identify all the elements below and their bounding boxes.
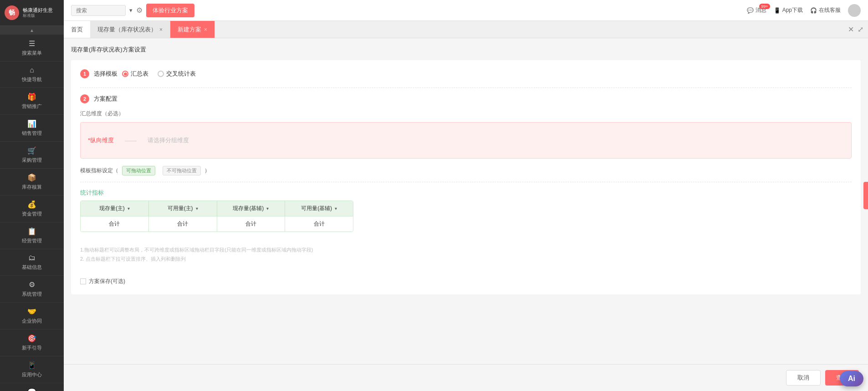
message-badge: 99+ [759,4,770,9]
ai-float-button[interactable]: Ai [840,371,863,386]
inventory-tab-label: 现存量（库存状况表） [97,26,157,34]
tab-close-fullscreen-icon[interactable]: ✕ [848,25,854,34]
sidebar-item-search-menu[interactable]: ☰ 搜索菜单 [0,35,64,62]
basic-info-icon: 🗂 [28,254,36,262]
step-divider [80,87,852,88]
stats-header-row: 现存量(主) ▾ 可用量(主) ▾ 现存量(基辅) ▾ 可用量(基辅) [81,201,353,216]
sidebar-item-quick-nav[interactable]: ⌂ 快捷导航 [0,62,64,88]
step1-badge: 1 [80,69,89,78]
stats-col-3-label: 现存量(基辅) [233,205,264,212]
save-option-label: 方案保存(可选) [89,278,125,285]
message-item[interactable]: 💬 消息 99+ [747,6,766,14]
sidebar-item-newbie[interactable]: 🎯 新手引导 [0,329,64,356]
sidebar-item-label: 快捷导航 [22,76,42,83]
save-checkbox[interactable] [80,278,86,284]
inventory-tab-close[interactable]: × [159,26,163,33]
stats-label: 统计指标 [80,189,852,197]
quick-nav-icon: ⌂ [30,66,34,74]
purchase-icon: 🛒 [27,146,36,155]
radio-summary[interactable]: 汇总表 [122,70,148,78]
indicator-divider [80,182,852,182]
sidebar-item-purchase[interactable]: 🛒 采购管理 [0,142,64,169]
footer-bar: 取消 查询 [64,364,868,391]
app-download-icon: 📱 [774,7,781,14]
sidebar-item-label: 系统管理 [22,291,42,298]
sidebar-item-label: 资金管理 [22,211,42,217]
sidebar-item-wechat[interactable]: 💬 企业微信 [0,383,64,391]
sidebar-item-enterprise[interactable]: 🤝 企业协同 [0,303,64,329]
radio-cross-circle [158,71,164,77]
tab-new-plan[interactable]: 新建方案 × [170,21,215,38]
indicator-fixed-badge: 不可拖动位置 [163,166,201,175]
tab-inventory[interactable]: 现存量（库存状况表） × [90,21,170,38]
stats-col-1-header[interactable]: 现存量(主) ▾ [81,201,149,216]
sidebar-item-app-center[interactable]: 📱 应用中心 [0,356,64,383]
app-download-item[interactable]: 📱 App下载 [774,6,803,14]
avatar[interactable] [848,4,861,17]
dim-selection-area[interactable]: *纵向维度 —— 请选择分组维度 [80,122,852,159]
industry-btn[interactable]: 体验行业方案 [146,4,194,17]
gear-icon[interactable]: ⚙ [136,6,143,15]
right-side-tab[interactable] [863,182,868,209]
stats-col-3-header[interactable]: 现存量(基辅) ▾ [217,201,286,216]
system-icon: ⚙ [29,280,35,289]
search-input[interactable] [71,5,126,16]
sidebar-item-inventory[interactable]: 📦 库存核算 [0,169,64,196]
headset-icon: 🎧 [810,7,817,14]
radio-summary-circle [122,71,128,77]
radio-cross-label: 交叉统计表 [166,70,196,78]
col-1-chevron-icon[interactable]: ▾ [128,206,130,211]
dropdown-icon[interactable]: ▾ [129,7,133,14]
col-3-chevron-icon[interactable]: ▾ [266,206,269,211]
indicator-setting: 模板指标设定（ 可拖动位置 不可拖动位置 ） [80,166,852,175]
indicator-setting-prefix: 模板指标设定（ [80,167,118,175]
step2-title: 方案配置 [94,95,117,103]
logo-text: 畅康通好生意 标准版 [23,7,53,19]
vertical-dim-label: *纵向维度 [88,136,114,144]
sidebar-item-label: 库存核算 [22,184,42,190]
main-area: ▾ ⚙ 体验行业方案 💬 消息 99+ 📱 App下载 🎧 在线客服 首页 [64,0,868,391]
finance-icon: 💰 [27,200,36,209]
sidebar-item-marketing[interactable]: 🎁 营销推广 [0,88,64,115]
step1-title: 选择模板 [94,70,117,78]
radio-cross[interactable]: 交叉统计表 [158,70,196,78]
sidebar-item-sales[interactable]: 📊 销售管理 [0,115,64,142]
sidebar-item-finance[interactable]: 💰 资金管理 [0,196,64,222]
sidebar-item-system[interactable]: ⚙ 系统管理 [0,276,64,303]
step2-badge: 2 [80,94,89,103]
cancel-button[interactable]: 取消 [786,370,821,386]
stats-table: 现存量(主) ▾ 可用量(主) ▾ 现存量(基辅) ▾ 可用量(基辅) [80,201,353,232]
content-area: 现存量(库存状况表)方案设置 1 选择模板 汇总表 交叉统计表 [64,38,868,364]
new-plan-tab-close[interactable]: × [204,26,207,33]
online-service-label: 在线客服 [819,6,841,14]
stats-col-1-data: 合计 [81,216,149,232]
settings-card: 1 选择模板 汇总表 交叉统计表 [71,60,861,294]
tabs-right: ✕ ⤢ [848,25,868,34]
sidebar-item-basic-info[interactable]: 🗂 基础信息 [0,249,64,276]
logo-icon: 畅 [5,5,19,20]
online-service-item[interactable]: 🎧 在线客服 [810,6,841,14]
tab-expand-icon[interactable]: ⤢ [858,25,863,34]
wechat-icon: 💬 [27,388,36,391]
sales-icon: 📊 [27,119,36,128]
stats-col-2-data: 合计 [149,216,217,232]
stats-col-4-data: 合计 [285,216,353,232]
dim-placeholder: 请选择分组维度 [148,136,189,144]
sidebar-item-label: 应用中心 [22,371,42,378]
stats-col-4-header[interactable]: 可用量(基辅) ▾ [285,201,353,216]
sidebar-scroll-up[interactable]: ▲ [0,26,64,35]
tip-1: 1.拖动标题栏可以调整布局，不可跨维度或指标区域拖动栏目字段(只能在同一维度或指… [80,246,852,255]
col-2-chevron-icon[interactable]: ▾ [196,206,198,211]
top-bar: ▾ ⚙ 体验行业方案 💬 消息 99+ 📱 App下载 🎧 在线客服 [64,0,868,21]
sidebar-item-label: 搜索菜单 [22,50,42,57]
sidebar-item-label: 基础信息 [22,264,42,271]
sidebar-item-operation[interactable]: 📋 经营管理 [0,222,64,249]
sidebar-item-label: 新手引导 [22,345,42,351]
app-edition: 标准版 [23,13,53,19]
stats-col-1-label: 现存量(主) [99,205,125,212]
tip-2: 2. 点击标题栏下拉可设置排序、插入列和删除列 [80,255,852,264]
col-4-chevron-icon[interactable]: ▾ [335,206,337,211]
tab-home[interactable]: 首页 [64,21,90,38]
stats-col-2-header[interactable]: 可用量(主) ▾ [149,201,217,216]
sidebar-item-label: 企业协同 [22,318,42,324]
